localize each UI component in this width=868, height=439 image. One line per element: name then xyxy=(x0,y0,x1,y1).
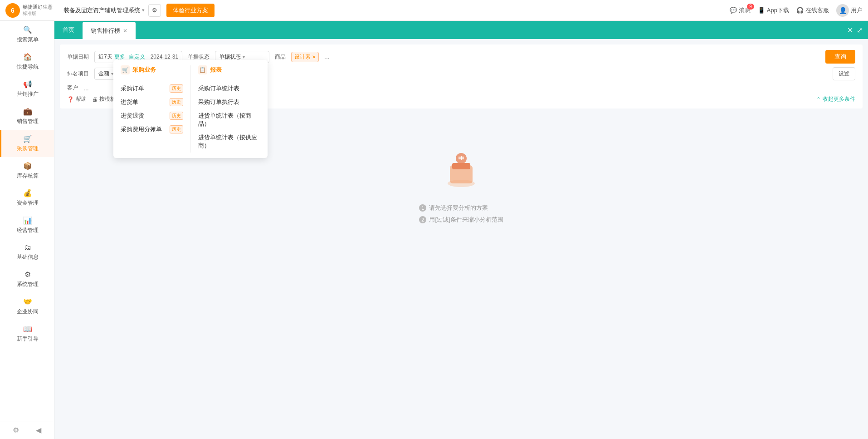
sidebar-label-basic-info: 基础信息 xyxy=(17,253,39,261)
dropdown-item-receipt-stats-supplier[interactable]: 进货单统计表（按供应商） xyxy=(198,131,261,153)
receipt-stats-goods-label: 进货单统计表（按商品） xyxy=(198,112,261,128)
purchase-section-icon: 🛒 xyxy=(121,65,130,74)
sidebar-collapse-btn[interactable]: ◀ xyxy=(36,426,41,434)
sidebar-item-search[interactable]: 🔍 搜索菜单 xyxy=(0,21,54,48)
goods-tag: 设计素 ✕ xyxy=(291,52,319,62)
tip-text-1: 请先选择要分析的方案 xyxy=(429,202,488,214)
marketing-icon: 📢 xyxy=(23,80,32,89)
date-custom[interactable]: 自定义 xyxy=(129,53,145,61)
report-section: 📋 报表 采购订单统计表 采购订单执行表 进货单统计表（按商品） 进货单统计表（… xyxy=(190,65,268,153)
help-label: 帮助 xyxy=(76,95,87,103)
sidebar-settings-btn[interactable]: ⚙ xyxy=(13,426,19,434)
dropdown-item-order-exec[interactable]: 采购订单执行表 xyxy=(198,95,261,109)
dropdown-item-purchase-order[interactable]: 采购订单 历史 xyxy=(121,82,183,95)
tab-sales-rank[interactable]: 销售排行榜 ✕ xyxy=(83,22,136,40)
sidebar-item-finance[interactable]: 💰 资金管理 xyxy=(0,184,54,212)
sidebar-label-guide: 新手引导 xyxy=(17,335,39,343)
rank-value: 金额 xyxy=(98,70,109,78)
phone-icon: 📱 xyxy=(758,7,765,14)
tab-home[interactable]: 首页 xyxy=(54,21,83,39)
sidebar-item-quick-nav[interactable]: 🏠 快捷导航 xyxy=(0,48,54,75)
sidebar-bottom: ⚙ ◀ xyxy=(0,421,54,439)
sidebar-label-quick-nav: 快捷导航 xyxy=(17,63,39,71)
empty-tip-1: 1 请先选择要分析的方案 xyxy=(419,202,503,214)
sales-icon: 💼 xyxy=(23,107,32,116)
system-title: 装备及固定资产辅助管理系统 xyxy=(63,6,140,15)
dropdown-item-goods-return[interactable]: 进货退货 历史 xyxy=(121,109,183,123)
message-icon: 💬 xyxy=(730,7,737,14)
sidebar-item-purchase[interactable]: 🛒 采购管理 xyxy=(0,130,54,157)
sidebar-item-basic-info[interactable]: 🗂 基础信息 xyxy=(0,239,54,266)
purchase-icon: 🛒 xyxy=(23,134,32,143)
online-service-item[interactable]: 🎧 在线客服 xyxy=(796,6,829,15)
sidebar-label-marketing: 营销推广 xyxy=(17,90,39,98)
purchase-section: 🛒 采购业务 采购订单 历史 进货单 历史 进货退货 历史 xyxy=(113,65,190,153)
tab-close-all-icon[interactable]: ✕ xyxy=(847,26,853,35)
history-badge-3: 历史 xyxy=(170,125,183,133)
report-section-title: 📋 报表 xyxy=(198,65,261,77)
query-button[interactable]: 查询 xyxy=(825,50,855,64)
message-item[interactable]: 💬 消息 9 xyxy=(730,6,751,15)
goods-ellipsis[interactable]: ... xyxy=(324,53,330,60)
sidebar-item-system[interactable]: ⚙ 系统管理 xyxy=(0,266,54,293)
sidebar-item-sales[interactable]: 💼 销售管理 xyxy=(0,103,54,130)
message-badge: 9 xyxy=(747,4,754,10)
empty-tip-2: 2 用[过滤]条件来缩小分析范围 xyxy=(419,214,503,226)
status-select-text: 单据状态 xyxy=(219,53,241,61)
goods-receipt-label: 进货单 xyxy=(121,98,138,106)
dropdown-menu: 🛒 采购业务 采购订单 历史 进货单 历史 进货退货 历史 xyxy=(113,60,268,158)
rank-label: 排名项目 xyxy=(67,70,89,78)
logo-text-area: 畅捷通好生意 标准版 xyxy=(23,4,53,16)
search-icon: 🔍 xyxy=(23,25,32,34)
system-dropdown-icon[interactable]: ▾ xyxy=(142,7,145,13)
sidebar-item-enterprise[interactable]: 🤝 企业协同 xyxy=(0,293,54,320)
sidebar-label-system: 系统管理 xyxy=(17,281,39,288)
goods-label: 商品 xyxy=(275,53,286,61)
print-icon: 🖨 xyxy=(92,96,98,103)
sidebar-item-inventory[interactable]: 📦 库存核算 xyxy=(0,157,54,184)
sidebar-item-marketing[interactable]: 📢 营销推广 xyxy=(0,75,54,103)
sidebar-label-search: 搜索菜单 xyxy=(17,36,39,44)
dropdown-item-receipt-stats-goods[interactable]: 进货单统计表（按商品） xyxy=(198,109,261,131)
sidebar-label-finance: 资金管理 xyxy=(17,199,39,207)
settings-icon-btn[interactable]: ⚙ xyxy=(148,4,161,17)
dropdown-item-order-stats[interactable]: 采购订单统计表 xyxy=(198,82,261,95)
tab-sales-rank-label: 销售排行榜 xyxy=(91,27,120,35)
enterprise-icon: 🤝 xyxy=(23,297,32,306)
logo-icon: 6 xyxy=(5,3,20,18)
logo-text: 畅捷通好生意 xyxy=(23,4,53,10)
date-value: 近7天 xyxy=(98,53,112,61)
customer-ellipsis[interactable]: ... xyxy=(83,84,89,92)
basic-info-icon: 🗂 xyxy=(24,243,31,252)
finance-icon: 💰 xyxy=(23,189,32,197)
app-download-item[interactable]: 📱 App下载 xyxy=(758,6,789,15)
dropdown-item-expense[interactable]: 采购费用分摊单 历史 xyxy=(121,123,183,136)
inventory-icon: 📦 xyxy=(23,162,32,170)
help-btn[interactable]: ❓ 帮助 xyxy=(67,95,87,103)
report-section-icon: 📋 xyxy=(198,65,207,74)
collapse-btn[interactable]: ⌃ 收起更多条件 xyxy=(816,95,855,103)
dropdown-item-goods-receipt[interactable]: 进货单 历史 xyxy=(121,95,183,109)
date-label: 单据日期 xyxy=(67,53,89,61)
collapse-label: 收起更多条件 xyxy=(823,95,855,103)
industry-button[interactable]: 体验行业方案 xyxy=(166,4,215,17)
tab-close-icon[interactable]: ✕ xyxy=(123,28,127,34)
main-layout: 🔍 搜索菜单 🏠 快捷导航 📢 营销推广 💼 销售管理 🛒 采购管理 📦 库存核… xyxy=(0,21,868,439)
tab-right-actions: ✕ ⤢ xyxy=(847,26,868,35)
sidebar-label-enterprise: 企业协同 xyxy=(17,308,39,316)
user-item[interactable]: 👤 用户 xyxy=(836,4,863,17)
goods-tag-close[interactable]: ✕ xyxy=(312,54,316,59)
sidebar-label-operation: 经营管理 xyxy=(17,227,39,234)
tip-num-2: 2 xyxy=(419,216,426,223)
receipt-stats-supplier-label: 进货单统计表（按供应商） xyxy=(198,133,261,150)
date-more[interactable]: 更多 xyxy=(114,53,125,61)
sidebar-item-operation[interactable]: 📊 经营管理 xyxy=(0,212,54,239)
settings-button[interactable]: 设置 xyxy=(833,67,855,80)
guide-icon: 📖 xyxy=(23,325,32,333)
tab-home-label: 首页 xyxy=(63,26,74,34)
tab-fullscreen-icon[interactable]: ⤢ xyxy=(857,26,863,35)
sidebar-label-inventory: 库存核算 xyxy=(17,172,39,180)
goods-return-label: 进货退货 xyxy=(121,112,144,120)
sidebar-label-sales: 销售管理 xyxy=(17,118,39,125)
sidebar-item-guide[interactable]: 📖 新手引导 xyxy=(0,320,54,347)
